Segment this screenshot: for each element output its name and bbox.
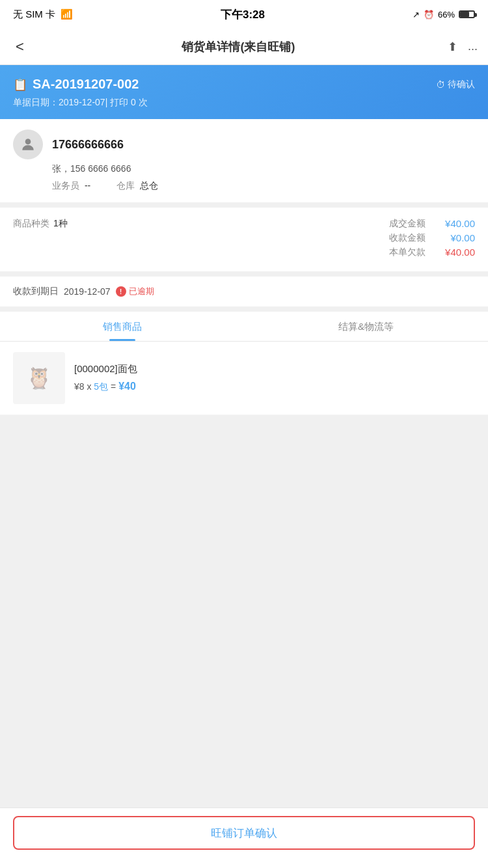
battery-percent: 66% <box>438 10 455 20</box>
order-id-row: 📋 SA-20191207-002 ⏱ 待确认 <box>13 77 475 92</box>
clock-icon: ⏱ <box>436 79 445 90</box>
product-item: 🦉 [0000002]面包 ¥8 x 5包 = ¥40 <box>0 342 488 415</box>
nav-bar: < 销货单详情(来自旺铺) ⬆ ... <box>0 29 488 65</box>
overdue-badge: ! 已逾期 <box>116 286 154 297</box>
transaction-amount: 成交金额 ¥40.00 <box>389 218 475 230</box>
summary-left: 商品种类 1种 <box>13 218 68 230</box>
share-button[interactable]: ⬆ <box>448 40 457 54</box>
more-button[interactable]: ... <box>468 40 478 53</box>
empty-area <box>0 415 488 584</box>
due-date-section: 收款到期日 2019-12-07 ! 已逾期 <box>0 277 488 312</box>
tab-settlement[interactable]: 结算&物流等 <box>244 312 488 341</box>
tab-sales-products[interactable]: 销售商品 <box>0 312 244 341</box>
customer-meta: 业务员 -- 仓库 总仓 <box>13 180 475 192</box>
order-date: 单据日期：2019-12-07| 打印 0 次 <box>13 97 475 109</box>
product-price: ¥8 x 5包 = ¥40 <box>74 381 475 393</box>
customer-phone: 17666666666 <box>52 138 124 152</box>
confirm-order-button[interactable]: 旺铺订单确认 <box>13 816 475 850</box>
product-image: 🦉 <box>26 366 52 390</box>
location-icon: ↗ <box>413 10 420 20</box>
alarm-icon: ⏰ <box>424 10 434 20</box>
order-id: 📋 SA-20191207-002 <box>13 77 139 92</box>
order-icon: 📋 <box>13 77 27 92</box>
product-name: [0000002]面包 <box>74 363 475 375</box>
product-info: [0000002]面包 ¥8 x 5包 = ¥40 <box>74 363 475 393</box>
status-right: ↗ ⏰ 66% <box>413 10 475 20</box>
wifi-icon: 📶 <box>61 8 73 20</box>
svg-point-0 <box>25 139 31 144</box>
product-thumbnail: 🦉 <box>13 352 65 404</box>
product-section: 🦉 [0000002]面包 ¥8 x 5包 = ¥40 <box>0 342 488 415</box>
overdue-icon: ! <box>116 286 126 297</box>
order-status: ⏱ 待确认 <box>436 79 475 90</box>
sales-info: 业务员 -- <box>52 180 90 192</box>
summary-section: 商品种类 1种 成交金额 ¥40.00 收款金额 ¥0.00 本单欠款 ¥40.… <box>0 208 488 277</box>
back-button[interactable]: < <box>10 33 29 61</box>
nav-actions: ⬆ ... <box>448 40 478 54</box>
customer-section: 17666666666 张，156 6666 6666 业务员 -- 仓库 总仓 <box>0 119 488 208</box>
status-time: 下午3:28 <box>221 7 265 22</box>
status-left: 无 SIM 卡 📶 <box>13 8 73 21</box>
order-header: 📋 SA-20191207-002 ⏱ 待确认 单据日期：2019-12-07|… <box>0 65 488 119</box>
customer-row: 17666666666 <box>13 129 475 159</box>
received-amount: 收款金额 ¥0.00 <box>389 232 475 244</box>
bottom-bar: 旺铺订单确认 <box>0 807 488 868</box>
owed-amount: 本单欠款 ¥40.00 <box>389 247 475 258</box>
avatar <box>13 129 43 159</box>
summary-right: 成交金额 ¥40.00 收款金额 ¥0.00 本单欠款 ¥40.00 <box>389 218 475 261</box>
battery-icon <box>459 10 475 18</box>
page-title: 销货单详情(来自旺铺) <box>182 39 295 55</box>
carrier-text: 无 SIM 卡 <box>13 8 55 21</box>
customer-detail: 张，156 6666 6666 <box>13 163 475 175</box>
tabs-bar: 销售商品 结算&物流等 <box>0 312 488 342</box>
warehouse-info: 仓库 总仓 <box>116 180 158 192</box>
category-info: 商品种类 1种 <box>13 218 68 230</box>
status-bar: 无 SIM 卡 📶 下午3:28 ↗ ⏰ 66% <box>0 0 488 29</box>
